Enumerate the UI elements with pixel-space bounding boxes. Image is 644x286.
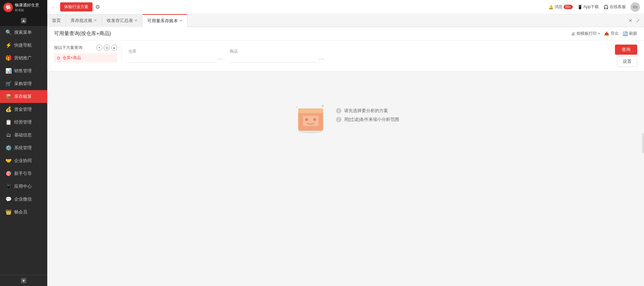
- filter-warehouse-field: 仓库 ···: [128, 49, 223, 63]
- brand-text: 畅康通好生意 标准版: [15, 3, 39, 12]
- brand-icon: 畅: [3, 3, 13, 12]
- sidebar-item-enterprise[interactable]: 🤝 企业协同: [0, 154, 47, 167]
- svg-rect-2: [298, 108, 323, 113]
- tip-num-1: 1: [336, 108, 341, 113]
- page-header-actions: 🖨 按模板打印 ▾ 📤 导出 🔄 刷新: [571, 31, 637, 36]
- scheme-title: 按以下方案查询 + ⊙ «: [54, 45, 117, 51]
- scroll-indicator: [642, 133, 644, 153]
- page-title: 可用量查询(按仓库+商品): [54, 30, 111, 37]
- scheme-add-btn[interactable]: +: [96, 45, 102, 51]
- scheme-config-btn[interactable]: ⊙: [104, 45, 110, 51]
- message-btn[interactable]: 🔔 消息 99+: [548, 4, 573, 10]
- export-btn[interactable]: 📤 导出: [604, 31, 619, 36]
- close-window-btn[interactable]: ✕: [627, 17, 634, 24]
- filter-product-more-btn[interactable]: ···: [319, 56, 324, 62]
- empty-illustration: ✦ ✦: [292, 98, 326, 132]
- scheme-item-warehouse-product[interactable]: ⊙ 仓库+商品: [54, 53, 117, 62]
- tab-batch[interactable]: 库存批次账 ✕: [66, 14, 102, 27]
- sidebar-icon-apps: 📱: [5, 183, 11, 189]
- sidebar-item-apps[interactable]: 📱 应用中心: [0, 180, 47, 193]
- user-area[interactable]: Rit: [630, 2, 640, 12]
- sidebar-item-basic[interactable]: 🗂 基础信息: [0, 129, 47, 141]
- empty-tips: 1 请先选择要分析的方案 2 用[过滤]条件来缩小分析范围: [336, 108, 399, 123]
- breadcrumb-chevron: ›: [56, 5, 57, 9]
- refresh-label: 刷新: [629, 31, 637, 36]
- sidebar-label-apps: 应用中心: [14, 183, 32, 189]
- topbar: ··· › 体验行业方案 ⚙ 🔔 消息 99+ 📱 App下载 🎧 在线客服 R…: [47, 0, 644, 14]
- svg-text:✦: ✦: [295, 105, 298, 109]
- industry-solution-btn[interactable]: 体验行业方案: [60, 2, 93, 11]
- sidebar-item-wechat[interactable]: 💬 企业微信: [0, 193, 47, 206]
- online-support-btn[interactable]: 🎧 在线客服: [603, 4, 626, 10]
- svg-text:✦: ✦: [321, 103, 325, 109]
- tab-batch-label: 库存批次账: [71, 18, 93, 24]
- window-buttons: ✕ ⤢: [627, 17, 644, 24]
- tip-1-text: 请先选择要分析的方案: [344, 108, 388, 114]
- scheme-collapse-btn[interactable]: «: [111, 45, 117, 51]
- scheme-item-label: 仓库+商品: [62, 55, 81, 61]
- refresh-btn[interactable]: 🔄 刷新: [623, 31, 637, 36]
- sidebar-item-inventory[interactable]: 📦 库存核算: [0, 90, 47, 103]
- maximize-window-btn[interactable]: ⤢: [635, 17, 641, 24]
- query-btn[interactable]: 查询: [615, 45, 637, 55]
- tab-summary-close[interactable]: ✕: [134, 18, 137, 23]
- tab-available-label: 可用量库存账本: [147, 18, 178, 24]
- print-chevron: ▾: [598, 31, 600, 36]
- sidebar-item-sales[interactable]: 📊 销售管理: [0, 64, 47, 77]
- refresh-icon: 🔄: [623, 31, 628, 36]
- sidebar-item-member[interactable]: 👑 畅会员: [0, 206, 47, 218]
- sidebar-item-quicknav[interactable]: ⚡ 快捷导航: [0, 39, 47, 52]
- app-download-label: App下载: [584, 4, 599, 10]
- scroll-down-btn[interactable]: ▼: [21, 278, 26, 283]
- sidebar-icon-finance: 💰: [5, 106, 11, 112]
- support-icon: 🎧: [603, 5, 609, 9]
- sidebar-label-operation: 经营管理: [14, 119, 32, 125]
- tab-home[interactable]: 首页: [47, 14, 66, 27]
- print-btn[interactable]: 🖨 按模板打印 ▾: [571, 31, 600, 36]
- filter-product-input-area: ···: [230, 55, 324, 63]
- sidebar-icon-quicknav: ⚡: [5, 42, 11, 48]
- app-download-btn[interactable]: 📱 App下载: [577, 4, 599, 10]
- sidebar-icon-inventory: 📦: [5, 94, 11, 100]
- tab-available-close[interactable]: ✕: [179, 19, 182, 23]
- tab-summary[interactable]: 收发存汇总表 ✕: [102, 14, 143, 27]
- message-icon: 🔔: [548, 5, 553, 9]
- avatar: Rit: [630, 2, 640, 12]
- sidebar-icon-marketing: 🎁: [5, 55, 11, 61]
- sidebar-item-search[interactable]: 🔍 搜索菜单: [0, 26, 47, 39]
- filter-warehouse-more-btn[interactable]: ···: [217, 56, 223, 62]
- print-icon: 🖨: [571, 31, 575, 36]
- sidebar-item-operation[interactable]: 📋 经营管理: [0, 116, 47, 129]
- filter-warehouse-input[interactable]: [128, 55, 216, 63]
- sidebar-label-search: 搜索菜单: [14, 29, 32, 35]
- filter-product-field: 商品 ···: [230, 49, 324, 63]
- svg-point-4: [305, 118, 308, 121]
- sidebar-label-system: 系统管理: [14, 145, 32, 151]
- sidebar-item-purchase[interactable]: 🛒 采购管理: [0, 77, 47, 90]
- brand-area: 畅 畅康通好生意 标准版: [0, 0, 47, 15]
- filter-product-input[interactable]: [230, 55, 317, 63]
- query-settings-btn[interactable]: 设置: [617, 56, 637, 67]
- breadcrumb: ··· ›: [51, 5, 57, 9]
- sidebar: 畅 畅康通好生意 标准版 ▲ 🔍 搜索菜单 ⚡ 快捷导航 🎁 营销推广 📊 销售…: [0, 0, 47, 286]
- sidebar-item-finance[interactable]: 💰 资金管理: [0, 103, 47, 116]
- sidebar-label-finance: 资金管理: [14, 106, 32, 112]
- tab-summary-label: 收发存汇总表: [107, 18, 133, 24]
- filter-warehouse-label: 仓库: [128, 49, 223, 54]
- sidebar-label-basic: 基础信息: [14, 132, 32, 138]
- tip-2-text: 用[过滤]条件来缩小分析范围: [344, 116, 399, 123]
- settings-icon[interactable]: ⚙: [95, 4, 100, 10]
- sidebar-item-marketing[interactable]: 🎁 营销推广: [0, 52, 47, 64]
- tab-batch-close[interactable]: ✕: [94, 18, 97, 23]
- print-label: 按模板打印: [576, 31, 597, 36]
- sidebar-icon-search: 🔍: [5, 29, 11, 35]
- sidebar-item-system[interactable]: ⚙️ 系统管理: [0, 141, 47, 154]
- sidebar-item-guide[interactable]: 🎯 新手引导: [0, 167, 47, 180]
- svg-point-5: [313, 118, 316, 121]
- message-badge: 99+: [564, 5, 573, 9]
- tab-available[interactable]: 可用量库存账本 ✕: [143, 14, 187, 27]
- tip-num-2: 2: [336, 117, 341, 122]
- sidebar-icon-sales: 📊: [5, 68, 11, 74]
- query-panel: 按以下方案查询 + ⊙ « ⊙ 仓库+商品 仓库: [47, 41, 644, 71]
- scroll-up-btn[interactable]: ▲: [21, 18, 26, 23]
